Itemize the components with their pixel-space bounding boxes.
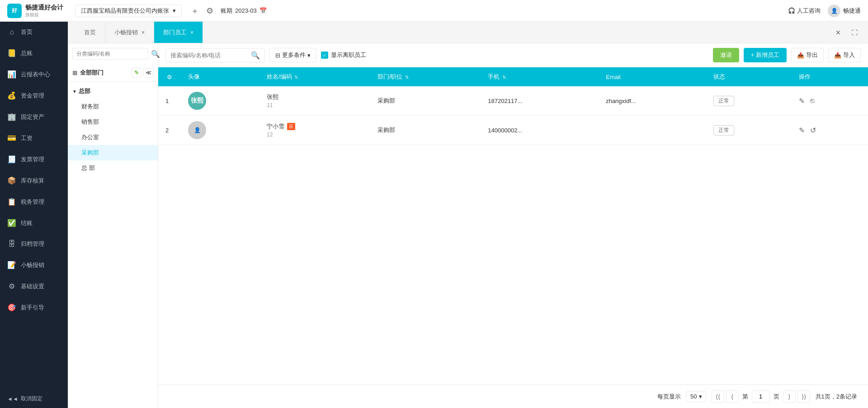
top-bar-middle: ＋ ⚙ 账期 2023-03 📅 xyxy=(191,5,788,16)
page-unit: 页 xyxy=(774,393,779,401)
delete-icon-2[interactable]: ↺ xyxy=(810,126,816,135)
sidebar-item-tax[interactable]: 📋 税务管理 xyxy=(0,191,68,212)
logout-icon-1[interactable]: ⎋ xyxy=(810,97,815,105)
employee-table: ⚙ 头像 姓名/编码 ⇅ 部门/职位 ⇅ 手机 ⇅ Email 状态 操作 xyxy=(158,67,868,145)
row-actions-2: ✎ ↺ xyxy=(792,116,868,145)
user-area[interactable]: 👤 畅捷通 xyxy=(828,5,861,17)
export-button[interactable]: 📤 导出 xyxy=(791,48,824,62)
service-button[interactable]: 🎧 人工咨询 xyxy=(788,7,821,15)
filter-button[interactable]: ⊟ 更多条件 ▾ xyxy=(269,48,316,62)
pagination-bar: 每页显示 50 ▾ ⟨⟨ ⟨ 第 页 ⟩ ⟩⟩ 共1页，2条记录 xyxy=(158,385,868,408)
row-index-2: 2 xyxy=(158,116,181,145)
sidebar-item-salary[interactable]: 💳 工资 xyxy=(0,127,68,149)
sidebar-item-settings[interactable]: ⚙ 基础设置 xyxy=(0,276,68,297)
employee-search-box: 🔍 xyxy=(165,48,265,62)
dept-collapse-icon[interactable]: ≪ xyxy=(143,68,153,78)
sidebar-item-archive[interactable]: 🗄 归档管理 xyxy=(0,234,68,254)
sidebar-item-inventory[interactable]: 📦 库存核算 xyxy=(0,170,68,191)
calendar-icon[interactable]: 📅 xyxy=(259,7,267,14)
departed-label: 显示离职员工 xyxy=(331,51,366,59)
tab-expense[interactable]: 小畅报销 × xyxy=(105,22,154,43)
invite-button[interactable]: 邀请 xyxy=(713,48,739,62)
col-phone[interactable]: 手机 ⇅ xyxy=(481,67,599,86)
import-button[interactable]: 📥 导入 xyxy=(828,48,861,62)
top-bar: 好 畅捷通好会计 旗舰版 江西服宝精品有限责任公司内账张 ▾ ＋ ⚙ 账期 20… xyxy=(0,0,868,22)
sidebar-item-expense[interactable]: 📝 小畅报销 xyxy=(0,254,68,276)
dept-node-parent[interactable]: ▼ 总部 xyxy=(68,84,158,99)
dept-node-office[interactable]: 办公室 xyxy=(68,130,158,145)
col-settings[interactable]: ⚙ xyxy=(158,67,181,86)
sidebar-item-label: 归档管理 xyxy=(21,240,44,248)
sidebar-item-label: 资金管理 xyxy=(21,92,44,100)
sidebar-item-label: 首页 xyxy=(21,28,33,36)
dept-header-icons: ✎ ≪ xyxy=(132,68,153,78)
page-number-input[interactable] xyxy=(752,390,770,403)
show-departed-toggle[interactable]: ✓ 显示离职员工 xyxy=(321,51,366,59)
tab-maximize[interactable]: ⛶ xyxy=(848,26,861,39)
app-title: 畅捷通好会计 xyxy=(25,4,63,12)
col-dept[interactable]: 部门/职位 ⇅ xyxy=(370,67,481,86)
dept-node-sales[interactable]: 销售部 xyxy=(68,114,158,130)
sidebar-item-invoice[interactable]: 🧾 发票管理 xyxy=(0,149,68,170)
tab-department[interactable]: 部门员工 × xyxy=(154,22,203,43)
badge-ying-2: 应 xyxy=(287,123,295,130)
tab-close-window[interactable]: ✕ xyxy=(832,26,844,39)
table-header: ⚙ 头像 姓名/编码 ⇅ 部门/职位 ⇅ 手机 ⇅ Email 状态 操作 xyxy=(158,67,868,86)
ledger-icon: 📒 xyxy=(7,49,16,57)
tab-home-label: 首页 xyxy=(84,28,96,37)
settings-icon[interactable]: ⚙ xyxy=(206,6,213,16)
reports-icon: 📊 xyxy=(7,70,16,79)
sidebar-item-label: 结账 xyxy=(21,219,33,227)
company-selector[interactable]: 江西服宝精品有限责任公司内账张 ▾ xyxy=(75,5,182,17)
add-icon[interactable]: ＋ xyxy=(191,5,199,16)
departed-checkbox[interactable]: ✓ xyxy=(321,52,328,59)
employee-name-1: 张熙 xyxy=(267,93,278,101)
search-icon[interactable]: 🔍 xyxy=(251,51,260,60)
edit-icon-1[interactable]: ✎ xyxy=(799,97,805,105)
sidebar-item-label: 工资 xyxy=(21,134,33,142)
dept-hq-label: 总 部 xyxy=(81,164,95,172)
sidebar-item-home[interactable]: ⌂ 首页 xyxy=(0,22,68,42)
dept-node-hq[interactable]: 总 部 xyxy=(68,160,158,176)
dept-search-area: 🔍 xyxy=(68,43,158,64)
per-page-select[interactable]: 50 ▾ xyxy=(686,391,706,402)
sidebar-item-ledger[interactable]: 📒 总账 xyxy=(0,42,68,64)
tab-department-close[interactable]: × xyxy=(190,29,193,36)
dept-add-icon[interactable]: ✎ xyxy=(132,68,142,78)
cancel-fixed-label: 取消固定 xyxy=(21,395,42,403)
sidebar-item-reports[interactable]: 📊 云报表中心 xyxy=(0,64,68,85)
tab-expense-close[interactable]: × xyxy=(142,29,145,36)
sidebar-item-assets[interactable]: 🏢 固定资产 xyxy=(0,106,68,127)
next-page-button[interactable]: ⟩ xyxy=(783,390,796,403)
sidebar-item-label: 税务管理 xyxy=(21,198,44,206)
all-dept-label: 全部部门 xyxy=(80,69,104,77)
tab-home[interactable]: 首页 xyxy=(75,22,105,43)
sidebar-item-label: 基础设置 xyxy=(21,282,44,291)
dept-node-finance[interactable]: 财务部 xyxy=(68,99,158,114)
dept-purchase-label: 采购部 xyxy=(81,149,99,157)
logo-icon: 好 xyxy=(7,4,22,18)
employee-name-2: 宁小雪 xyxy=(267,122,284,131)
dept-node-purchase[interactable]: 采购部 xyxy=(68,145,158,160)
col-name[interactable]: 姓名/编码 ⇅ xyxy=(259,67,370,86)
sidebar-item-guide[interactable]: 🎯 新手引导 xyxy=(0,297,68,318)
cancel-fixed-button[interactable]: ◄◄ 取消固定 xyxy=(0,389,68,408)
tax-icon: 📋 xyxy=(7,197,16,206)
table-row: 1 张熙 张熙 11 xyxy=(158,86,868,116)
add-employee-button[interactable]: + 新增员工 xyxy=(744,48,787,62)
closing-icon: ✅ xyxy=(7,219,16,227)
settings-nav-icon: ⚙ xyxy=(7,282,16,291)
sidebar-item-closing[interactable]: ✅ 结账 xyxy=(0,212,68,234)
edit-icon-2[interactable]: ✎ xyxy=(799,126,805,135)
employee-search-input[interactable] xyxy=(170,52,248,59)
archive-icon: 🗄 xyxy=(7,240,16,248)
page-nav: ⟨⟨ ⟨ 第 页 ⟩ ⟩⟩ xyxy=(712,390,810,403)
prev-page-button[interactable]: ⟨ xyxy=(726,390,739,403)
sidebar-item-funds[interactable]: 💰 资金管理 xyxy=(0,85,68,106)
tab-actions: ✕ ⛶ xyxy=(832,26,861,39)
dept-search-input[interactable] xyxy=(72,48,148,60)
last-page-button[interactable]: ⟩⟩ xyxy=(797,390,810,403)
content-area: 首页 小畅报销 × 部门员工 × ✕ ⛶ 🔍 xyxy=(68,22,868,408)
dept-tree: ▼ 总部 财务部 销售部 办公室 采购部 xyxy=(68,82,158,408)
first-page-button[interactable]: ⟨⟨ xyxy=(712,390,724,403)
